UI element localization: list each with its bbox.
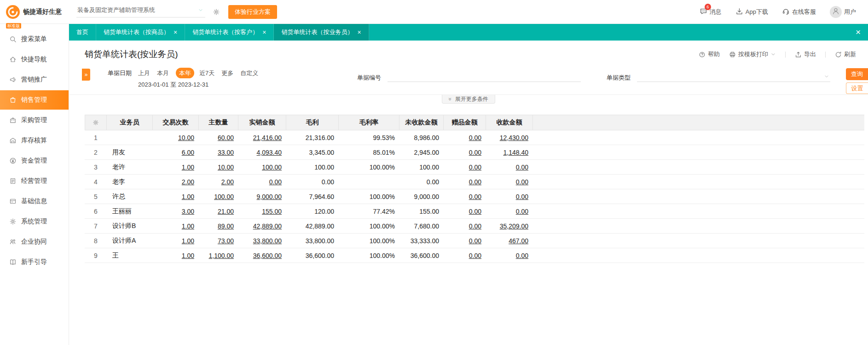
- sidebar-item-enterprise[interactable]: 企业协同: [0, 232, 69, 251]
- column-header[interactable]: 实销金额: [238, 115, 286, 130]
- cell-value[interactable]: 0.00: [486, 160, 533, 174]
- cell-value[interactable]: 1,100.00: [199, 248, 238, 263]
- column-header[interactable]: 未收款金额: [399, 115, 444, 130]
- cell-value[interactable]: 2.00: [153, 175, 199, 189]
- column-header[interactable]: 收款金额: [486, 115, 533, 130]
- cell-value[interactable]: 2.00: [199, 175, 238, 189]
- online-support-button[interactable]: 在线客服: [782, 7, 816, 17]
- cell-value[interactable]: 100.00: [238, 160, 286, 174]
- user-menu[interactable]: 用户: [830, 6, 856, 18]
- cell-value[interactable]: 155.00: [238, 204, 286, 218]
- date-option[interactable]: 上月: [138, 70, 150, 76]
- sidebar-item-guide[interactable]: 新手引导: [0, 252, 69, 272]
- close-icon[interactable]: ×: [357, 29, 361, 36]
- cell-value[interactable]: 6.00: [153, 145, 199, 159]
- date-option[interactable]: 更多: [221, 70, 233, 76]
- messages-button[interactable]: 6 消息: [700, 7, 722, 17]
- gear-icon[interactable]: [213, 8, 220, 16]
- sidebar-item-marketing[interactable]: 营销推广: [0, 70, 69, 89]
- cell-value[interactable]: 10.00: [153, 130, 199, 145]
- sidebar-item-sales[interactable]: 销售管理: [0, 90, 69, 110]
- cell-value[interactable]: 9,000.00: [238, 189, 286, 204]
- cell-value[interactable]: 21.00: [199, 204, 238, 218]
- cell-value[interactable]: 0.00: [444, 160, 486, 174]
- column-header[interactable]: 交易次数: [153, 115, 199, 130]
- cell-value[interactable]: 0.00: [444, 204, 486, 218]
- cell-value[interactable]: 1.00: [153, 189, 199, 204]
- sidebar-item-quick-nav[interactable]: 快捷导航: [0, 50, 69, 69]
- sidebar-item-base-info[interactable]: 基础信息: [0, 192, 69, 211]
- cell-value[interactable]: 0.00: [444, 219, 486, 233]
- date-option[interactable]: 近7天: [199, 70, 214, 76]
- cell-value[interactable]: 33.00: [199, 145, 238, 159]
- sidebar-item-system[interactable]: 系统管理: [0, 212, 69, 231]
- column-header[interactable]: 毛利率: [339, 115, 399, 130]
- settings-button[interactable]: 设置: [846, 82, 868, 94]
- sidebar-item-search-menu[interactable]: 搜索菜单: [0, 29, 69, 49]
- cell-value[interactable]: 0.00: [486, 175, 533, 189]
- cell-value[interactable]: 89.00: [199, 219, 238, 233]
- column-header[interactable]: 赠品金额: [444, 115, 486, 130]
- cell-value[interactable]: 1.00: [153, 234, 199, 248]
- column-header[interactable]: 毛利: [286, 115, 339, 130]
- cell-value[interactable]: 10.00: [199, 160, 238, 174]
- date-range-value[interactable]: 2023-01-01 至 2023-12-31: [138, 81, 265, 89]
- refresh-button[interactable]: 刷新: [835, 50, 856, 58]
- cell-value[interactable]: 1,148.40: [486, 145, 533, 159]
- cell-value[interactable]: 0.00: [486, 189, 533, 204]
- date-option[interactable]: 自定义: [240, 70, 258, 76]
- tab[interactable]: 销货单统计表（按商品）×: [96, 24, 185, 41]
- cell-value[interactable]: 1.00: [153, 248, 199, 263]
- cell-value[interactable]: 4,093.40: [238, 145, 286, 159]
- close-all-tabs-button[interactable]: ×: [848, 27, 868, 37]
- app-download-button[interactable]: App下载: [735, 7, 768, 17]
- sidebar-item-inventory[interactable]: 库存核算: [0, 131, 69, 150]
- date-option[interactable]: 本年: [176, 68, 194, 78]
- cell-value[interactable]: 36,600.00: [238, 248, 286, 263]
- cell-value[interactable]: 467.00: [486, 234, 533, 248]
- date-option[interactable]: 本月: [157, 70, 169, 76]
- sidebar-item-funds[interactable]: 资金管理: [0, 151, 69, 170]
- column-settings-button[interactable]: [85, 115, 107, 130]
- column-header[interactable]: 业务员: [107, 115, 153, 130]
- collapse-filters-button[interactable]: »: [82, 69, 90, 81]
- cell-value[interactable]: 0.00: [444, 189, 486, 204]
- cell-value[interactable]: 0.00: [444, 234, 486, 248]
- column-header[interactable]: 主数量: [199, 115, 238, 130]
- export-button[interactable]: 导出: [795, 50, 816, 58]
- help-button[interactable]: 帮助: [699, 50, 720, 58]
- doc-type-select[interactable]: [637, 72, 830, 82]
- doc-no-input[interactable]: [388, 72, 581, 82]
- cell-value[interactable]: 73.00: [199, 234, 238, 248]
- close-icon[interactable]: ×: [262, 29, 266, 36]
- tab[interactable]: 首页: [69, 24, 96, 41]
- close-icon[interactable]: ×: [174, 29, 177, 36]
- cell-value[interactable]: 60.00: [199, 130, 238, 145]
- tab[interactable]: 销货单统计表（按客户）×: [185, 24, 274, 41]
- cell-value[interactable]: 33,800.00: [238, 234, 286, 248]
- cell-value[interactable]: 35,209.00: [486, 219, 533, 233]
- cell-value[interactable]: 0.00: [486, 248, 533, 263]
- cell-value[interactable]: 0.00: [238, 175, 286, 189]
- cell-value[interactable]: 0.00: [444, 130, 486, 145]
- cell-value[interactable]: 21,416.00: [238, 130, 286, 145]
- cell-value[interactable]: 100.00: [199, 189, 238, 204]
- cell-value[interactable]: 1.00: [153, 219, 199, 233]
- cell-value[interactable]: 3.00: [153, 204, 199, 218]
- print-button[interactable]: 按模板打印: [729, 50, 776, 58]
- expand-more-button[interactable]: » 展开更多条件: [442, 94, 495, 104]
- cell-value[interactable]: 1.00: [153, 160, 199, 174]
- cell-value[interactable]: 12,430.00: [486, 130, 533, 145]
- cell-value[interactable]: 0.00: [444, 248, 486, 263]
- cell-value: 36,600.00: [399, 248, 444, 263]
- tab[interactable]: 销货单统计表（按业务员）×: [274, 24, 369, 41]
- cell-value[interactable]: 42,889.00: [238, 219, 286, 233]
- product-select[interactable]: 装备及固定资产辅助管理系统: [76, 6, 205, 18]
- cell-value[interactable]: 0.00: [486, 204, 533, 218]
- sidebar-item-purchase[interactable]: 采购管理: [0, 111, 69, 130]
- sidebar-item-operations[interactable]: 经营管理: [0, 171, 69, 191]
- industry-solution-button[interactable]: 体验行业方案: [228, 5, 277, 19]
- search-button[interactable]: 查询: [846, 68, 868, 80]
- cell-value[interactable]: 0.00: [444, 145, 486, 159]
- cell-value[interactable]: 0.00: [444, 175, 486, 189]
